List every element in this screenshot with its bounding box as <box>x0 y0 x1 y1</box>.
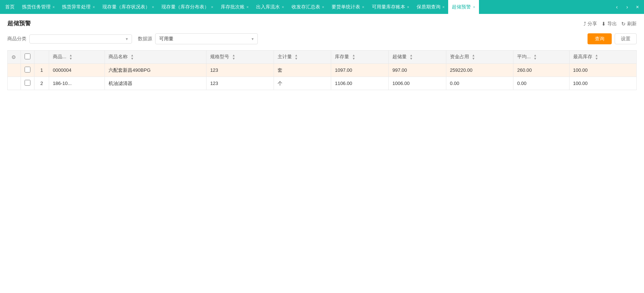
nav-arrows: ‹ › × <box>612 0 643 14</box>
category-select[interactable]: ▾ <box>29 34 132 44</box>
nav-stock-status[interactable]: 现存量（库存状况表） × <box>99 0 158 14</box>
category-chevron-icon: ▾ <box>126 37 128 41</box>
sort-product-name-icon: ▲▼ <box>131 54 134 60</box>
top-nav: 首页 拣货任务管理 × 拣货异常处理 × 现存量（库存状况表） × 现存量（库存… <box>0 0 644 14</box>
close-stock-dist[interactable]: × <box>211 5 213 9</box>
col-spec-header[interactable]: 规格型号 ▲▼ <box>206 51 274 64</box>
datasource-select[interactable]: 可用量 ▾ <box>155 33 258 44</box>
row2-checkbox[interactable] <box>25 80 30 86</box>
row1-num: 1 <box>34 64 49 77</box>
close-expiry-query[interactable]: × <box>442 5 444 9</box>
settings-button[interactable]: 设置 <box>615 33 637 44</box>
col-stock-header[interactable]: 库存量 ▲▼ <box>331 51 389 64</box>
filter-row: 商品分类 ▾ 数据源 可用量 ▾ 查询 设置 <box>7 33 637 44</box>
row1-max-stock: 100.00 <box>569 64 636 77</box>
datasource-value: 可用量 <box>159 36 173 42</box>
row2-settings-cell <box>8 77 21 90</box>
query-button[interactable]: 查询 <box>588 33 612 44</box>
category-filter: 商品分类 ▾ <box>7 34 132 44</box>
nav-receipt-summary[interactable]: 收发存汇总表 × <box>288 0 328 14</box>
sort-overstock-icon: ▲▼ <box>410 54 413 60</box>
sort-avg-icon: ▲▼ <box>534 54 537 60</box>
nav-order-stats[interactable]: 要货单统计表 × <box>328 0 368 14</box>
nav-batch-account[interactable]: 库存批次账 × <box>217 0 252 14</box>
nav-expiry-query[interactable]: 保质期查询 × <box>413 0 448 14</box>
close-batch-account[interactable]: × <box>246 5 249 9</box>
col-avg-header[interactable]: 平均... ▲▼ <box>513 51 569 64</box>
row2-product-code: 186-10... <box>49 77 105 90</box>
row1-product-name: 六配套新昌490BPG <box>105 64 206 77</box>
row2-overstock: 1006.00 <box>389 77 446 90</box>
close-stock-status[interactable]: × <box>152 5 154 9</box>
check-all-checkbox[interactable] <box>25 53 30 59</box>
col-capital-header[interactable]: 资金占用 ▲▼ <box>446 51 513 64</box>
nav-home[interactable]: 首页 <box>1 0 18 14</box>
close-receipt-summary[interactable]: × <box>322 5 324 9</box>
row1-stock: 1097.00 <box>331 64 389 77</box>
page-content: 超储预警 ⤴ 分享 ⬇ 导出 ↻ 刷新 商品分类 ▾ 数据源 <box>0 14 644 293</box>
row1-spec: 123 <box>206 64 274 77</box>
page-header: 超储预警 ⤴ 分享 ⬇ 导出 ↻ 刷新 <box>7 20 637 27</box>
filter-buttons: 查询 设置 <box>588 33 637 44</box>
row2-check-cell[interactable] <box>21 77 34 90</box>
nav-inout-flow[interactable]: 出入库流水 × <box>252 0 288 14</box>
sort-stock-icon: ▲▼ <box>352 54 355 60</box>
row2-max-stock: 100.00 <box>569 77 636 90</box>
col-gear[interactable]: ⚙ <box>8 51 21 64</box>
row1-unit: 套 <box>274 64 331 77</box>
sort-max-stock-icon: ▲▼ <box>595 54 598 60</box>
col-num-header <box>34 51 49 64</box>
row2-product-name: 机油滤清器 <box>105 77 206 90</box>
sort-spec-icon: ▲▼ <box>232 54 235 60</box>
share-button[interactable]: ⤴ 分享 <box>583 21 597 27</box>
share-icon: ⤴ <box>583 21 586 27</box>
row1-checkbox[interactable] <box>25 67 30 73</box>
nav-arrow-left[interactable]: ‹ <box>612 0 622 14</box>
close-abnormal[interactable]: × <box>92 5 95 9</box>
nav-stock-dist[interactable]: 现存量（库存分布表） × <box>158 0 217 14</box>
nav-abnormal[interactable]: 拣货异常处理 × <box>58 0 98 14</box>
datasource-filter: 数据源 可用量 ▾ <box>138 33 258 44</box>
col-product-name-header[interactable]: 商品名称 ▲▼ <box>105 51 206 64</box>
row2-capital: 0.00 <box>446 77 513 90</box>
nav-available-book[interactable]: 可用量库存账本 × <box>368 0 413 14</box>
close-order-stats[interactable]: × <box>362 5 364 9</box>
export-button[interactable]: ⬇ 导出 <box>601 21 617 27</box>
col-max-stock-header[interactable]: 最高库存 ▲▼ <box>569 51 636 64</box>
sort-product-code-icon: ▲▼ <box>69 54 72 60</box>
refresh-button[interactable]: ↻ 刷新 <box>621 21 637 27</box>
nav-arrow-right[interactable]: › <box>622 0 632 14</box>
row1-product-code: 0000004 <box>49 64 105 77</box>
header-actions: ⤴ 分享 ⬇ 导出 ↻ 刷新 <box>583 21 637 27</box>
row2-stock: 1106.00 <box>331 77 389 90</box>
row2-unit: 个 <box>274 77 331 90</box>
gear-icon[interactable]: ⚙ <box>11 54 16 60</box>
close-overstock-warning[interactable]: × <box>473 5 475 9</box>
row2-num: 2 <box>34 77 49 90</box>
row1-overstock: 997.00 <box>389 64 446 77</box>
row2-spec: 123 <box>206 77 274 90</box>
datasource-chevron-icon: ▾ <box>252 37 254 41</box>
page-title: 超储预警 <box>7 20 31 27</box>
col-product-code-header[interactable]: 商品... ▲▼ <box>49 51 105 64</box>
export-icon: ⬇ <box>601 21 606 27</box>
nav-task-mgmt[interactable]: 拣货任务管理 × <box>18 0 58 14</box>
row1-check-cell[interactable] <box>21 64 34 77</box>
data-table: ⚙ 商品... ▲▼ 商品名称 ▲▼ 规格型号 ▲▼ <box>7 50 637 90</box>
table-header-row: ⚙ 商品... ▲▼ 商品名称 ▲▼ 规格型号 ▲▼ <box>8 51 637 64</box>
refresh-icon: ↻ <box>621 21 626 27</box>
close-task-mgmt[interactable]: × <box>52 5 55 9</box>
nav-overstock-warning[interactable]: 超储预警 × <box>448 0 479 14</box>
row2-avg: 0.00 <box>513 77 569 90</box>
datasource-label: 数据源 <box>138 36 152 42</box>
col-overstock-header[interactable]: 超储量 ▲▼ <box>389 51 446 64</box>
nav-arrow-close[interactable]: × <box>632 0 643 14</box>
category-label: 商品分类 <box>7 36 26 42</box>
row1-capital: 259220.00 <box>446 64 513 77</box>
close-inout-flow[interactable]: × <box>282 5 284 9</box>
sort-unit-icon: ▲▼ <box>294 54 298 60</box>
close-available-book[interactable]: × <box>407 5 409 9</box>
col-check-all[interactable] <box>21 51 34 64</box>
table-row: 2 186-10... 机油滤清器 123 个 1106.00 1006.00 … <box>8 77 637 90</box>
col-unit-header[interactable]: 主计量 ▲▼ <box>274 51 331 64</box>
